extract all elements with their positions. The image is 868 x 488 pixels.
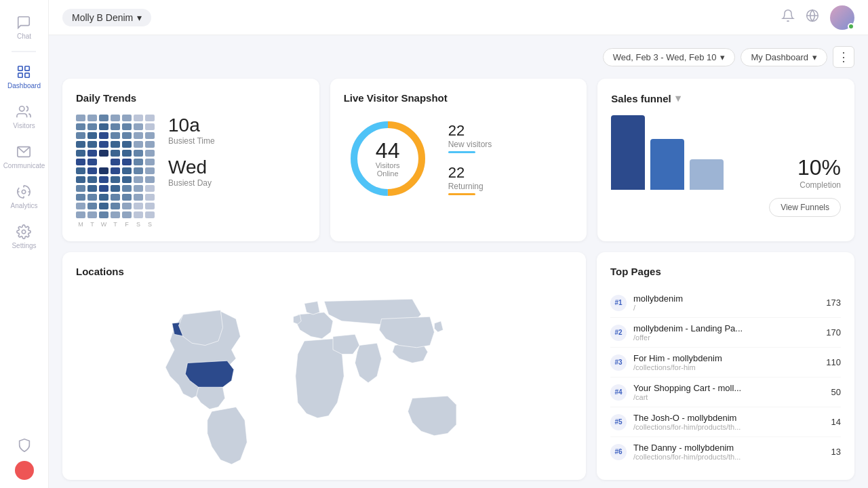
svg-rect-3 — [25, 73, 29, 77]
heatmap-cell — [145, 150, 155, 157]
sidebar-item-settings[interactable]: Settings — [3, 218, 45, 255]
busiest-day-value: Wed — [168, 157, 215, 178]
globe-icon[interactable] — [806, 9, 819, 26]
page-url: /collections/for-him/products/th... — [633, 423, 825, 431]
heatmap-cell — [76, 132, 85, 139]
heatmap-cell — [122, 203, 132, 209]
heatmap-cell — [134, 211, 143, 218]
heatmap-cell — [87, 123, 97, 130]
top-pages-title: Top Pages — [610, 266, 841, 277]
new-visitors-stat: 22 New visitors — [448, 122, 492, 153]
brand-name: Molly B Denim — [72, 12, 133, 23]
brand-selector[interactable]: Molly B Denim ▾ — [62, 9, 151, 26]
heatmap-cell — [111, 185, 120, 192]
view-funnels-button[interactable]: View Funnels — [769, 198, 841, 217]
heatmap-cell — [145, 167, 155, 174]
sidebar-item-analytics[interactable]: Analytics — [3, 178, 45, 215]
top-page-row[interactable]: #6 The Danny - mollybdenim /collections/… — [610, 437, 841, 466]
heatmap-cell — [99, 203, 108, 209]
heatmap-cell — [134, 141, 143, 148]
heatmap-cell — [76, 167, 85, 174]
dashboard-icon — [15, 63, 33, 81]
heatmap-cell — [145, 141, 155, 148]
heatmap-cell — [87, 176, 97, 183]
date-chevron-icon: ▾ — [720, 52, 725, 62]
heatmap-cell — [122, 141, 132, 148]
top-pages-list: #1 mollybdenim / 173 #2 mollybdenim - La… — [610, 288, 841, 466]
sidebar-chat-label: Chat — [17, 33, 31, 40]
heatmap-cell — [122, 185, 132, 192]
page-url: / — [633, 304, 819, 312]
top-page-row[interactable]: #4 Your Shopping Cart - moll... /cart 50 — [610, 378, 841, 407]
heatmap-cell — [145, 176, 155, 183]
sidebar-avatar[interactable] — [17, 438, 32, 455]
heatmap-cell — [122, 159, 132, 165]
analytics-icon — [15, 183, 33, 201]
more-options-button[interactable]: ⋮ — [833, 46, 854, 68]
sidebar-analytics-label: Analytics — [10, 202, 37, 209]
visitors-online-label: Visitors Online — [366, 161, 410, 178]
heatmap-cell — [122, 115, 132, 121]
sidebar-item-communicate[interactable]: Communicate — [3, 138, 45, 175]
page-count: 170 — [826, 327, 841, 338]
heatmap-cell — [122, 167, 132, 174]
page-name: mollybdenim — [633, 293, 819, 304]
heatmap-cell — [111, 159, 120, 165]
date-range-selector[interactable]: Wed, Feb 3 - Wed, Feb 10 ▾ — [603, 48, 736, 66]
busiest-day-label: Busiest Day — [168, 178, 215, 188]
heatmap-cell — [87, 211, 97, 218]
heatmap-cell — [99, 194, 108, 201]
heatmap-cell — [122, 132, 132, 139]
heatmap-cell — [99, 115, 108, 121]
world-map — [76, 288, 572, 464]
heatmap-cell — [145, 132, 155, 139]
page-name: The Josh-O - mollybdenim — [633, 413, 825, 423]
user-avatar-wrap[interactable] — [830, 5, 854, 30]
live-visitor-title: Live Visitor Snapshot — [344, 92, 574, 104]
busiest-time-stat: 10a Busiest Time — [168, 115, 215, 146]
content-area: Wed, Feb 3 - Wed, Feb 10 ▾ My Dashboard … — [49, 35, 868, 488]
main-area: Molly B Denim ▾ — [49, 0, 868, 488]
heatmap-cell — [145, 159, 155, 165]
heatmap-cell — [99, 141, 108, 148]
returning-label: Returning — [448, 182, 492, 191]
bottom-row: Locations — [62, 252, 854, 480]
sidebar-dashboard-label: Dashboard — [7, 82, 41, 89]
sales-funnel-widget: Sales funnel ▾ 10% Completion View Fu — [597, 79, 854, 241]
page-name: For Him - mollybdenim — [633, 353, 819, 363]
sidebar-item-visitors[interactable]: Visitors — [3, 98, 45, 135]
heatmap-cell — [111, 167, 120, 174]
sidebar-item-chat[interactable]: Chat — [3, 8, 45, 45]
heatmap-cell — [99, 176, 108, 183]
heatmap-cell — [99, 123, 108, 130]
page-count: 13 — [831, 447, 841, 457]
heatmap-cell — [134, 115, 143, 121]
heatmap-cell — [134, 176, 143, 183]
returning-number: 22 — [448, 164, 492, 182]
top-page-row[interactable]: #1 mollybdenim / 173 — [610, 288, 841, 318]
svg-point-7 — [22, 230, 26, 234]
page-info: mollybdenim / — [633, 293, 819, 312]
page-name: The Danny - mollybdenim — [633, 443, 825, 453]
funnel-bar-3 — [690, 159, 724, 190]
heatmap-cell — [145, 211, 155, 218]
funnel-bar-2 — [650, 139, 684, 190]
dashboard-selector[interactable]: My Dashboard ▾ — [741, 48, 827, 66]
widgets-row: Daily Trends MTWTFSS 10a Busiest Time We… — [62, 79, 854, 241]
top-page-row[interactable]: #5 The Josh-O - mollybdenim /collections… — [610, 407, 841, 437]
funnel-dropdown-icon[interactable]: ▾ — [675, 92, 681, 104]
heatmap-cell — [134, 123, 143, 130]
top-page-row[interactable]: #2 mollybdenim - Landing Pa... /offer 17… — [610, 318, 841, 348]
heatmap-stats: 10a Busiest Time Wed Busiest Day — [168, 115, 215, 188]
heatmap-container: MTWTFSS 10a Busiest Time Wed Busiest Day — [76, 115, 306, 228]
funnel-completion: 10% Completion — [797, 155, 841, 190]
heatmap-cell — [99, 167, 108, 174]
sidebar-user-avatar[interactable] — [15, 461, 34, 480]
donut-center: 44 Visitors Online — [366, 140, 410, 178]
sidebar: Chat Dashboard Visitors — [0, 0, 49, 488]
notification-icon[interactable] — [781, 9, 795, 26]
top-page-row[interactable]: #3 For Him - mollybdenim /collections/fo… — [610, 348, 841, 378]
sidebar-item-dashboard[interactable]: Dashboard — [3, 58, 45, 95]
page-rank-badge: #6 — [610, 444, 627, 460]
heatmap-cell — [122, 176, 132, 183]
